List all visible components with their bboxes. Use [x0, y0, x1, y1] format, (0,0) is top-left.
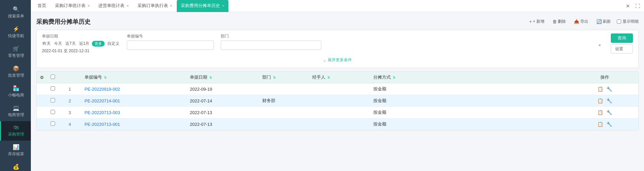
- export-button[interactable]: 📤导出: [572, 17, 590, 26]
- select-all-checkbox[interactable]: [51, 75, 55, 79]
- sidebar-item-search[interactable]: 🔍 搜索菜单: [0, 3, 31, 22]
- sidebar-item-ecom[interactable]: 💻 电商管理: [0, 101, 31, 121]
- row-op-icons-2: 📋 🔧: [575, 109, 635, 116]
- tab-home[interactable]: 首页: [34, 0, 50, 12]
- col-num: [58, 72, 81, 83]
- row-handler-2: [309, 107, 370, 118]
- row-edit-icon-0[interactable]: 📋: [597, 86, 604, 92]
- department-filter-group: 部门 财务部 ▼: [221, 33, 604, 50]
- row-num-2: 3: [58, 107, 81, 118]
- row-settings-2: [37, 107, 47, 118]
- bill-no-input[interactable]: [127, 40, 214, 50]
- sidebar-item-label-purchase: 采购管理: [8, 132, 24, 137]
- row-checkbox-0[interactable]: [51, 86, 55, 91]
- tab-close-purchase-exec[interactable]: ×: [170, 4, 172, 8]
- page-title: 采购费用分摊单历史: [36, 18, 91, 26]
- date-shortcut-5[interactable]: 自定义: [107, 40, 120, 47]
- tab-label-purchase-exec: 采购订单执行表: [138, 3, 168, 9]
- table-row: 1 PE-20220919-002 2022-09-19 按金额 📋 🔧: [37, 83, 638, 95]
- filter-row: 单据日期 昨天今天近7天近1月更多自定义 2022-01-01 至 2022-1…: [42, 33, 633, 54]
- sidebar-item-mini-shop[interactable]: 🏪 小畅电商: [0, 82, 31, 101]
- row-op-icons-1: 📋 🔧: [575, 97, 635, 104]
- add-button[interactable]: ++ 新增: [527, 17, 546, 26]
- date-shortcut-1[interactable]: 今天: [53, 40, 63, 47]
- row-delete-icon-2[interactable]: 🔧: [606, 109, 613, 116]
- tab-purchase-exec[interactable]: 采购订单执行表×: [133, 0, 176, 12]
- sidebar-item-purchase[interactable]: 🛍 采购管理: [0, 121, 31, 141]
- date-shortcuts: 昨天今天近7天近1月更多自定义: [42, 40, 120, 47]
- finance-icon: 💰: [13, 164, 19, 170]
- page-header: 采购费用分摊单历史 ++ 新增🗑删除📤导出🔄刷新显示明细: [36, 17, 639, 26]
- row-department-2: [259, 107, 309, 118]
- sidebar-item-label-ecom: 电商管理: [8, 112, 24, 118]
- row-bill-date-2: 2022-07-13: [186, 107, 259, 118]
- sidebar: 🔍 搜索菜单 ⚡ 快捷导航 🛒 零售管理 📦 批发管理 🏪 小畅电商 💻 电商管…: [0, 0, 31, 171]
- tab-close-purchase-cost[interactable]: ×: [222, 4, 224, 8]
- col-handler[interactable]: 经手人 ⇅: [309, 72, 370, 83]
- row-bill-no-link-2[interactable]: PE-20220713-003: [85, 110, 120, 115]
- row-checkbox-cell-1: [47, 95, 58, 107]
- refresh-icon: 🔄: [596, 19, 602, 24]
- row-bill-no-1: PE-20220714-001: [81, 95, 186, 107]
- col-split-method[interactable]: 分摊方式 ⇅: [370, 72, 571, 83]
- show-columns-checkbox[interactable]: [617, 19, 621, 24]
- row-checkbox-2[interactable]: [51, 110, 55, 114]
- row-bill-no-link-0[interactable]: PE-20220919-002: [85, 87, 120, 92]
- row-delete-icon-0[interactable]: 🔧: [606, 86, 613, 92]
- show-columns-checkbox-label[interactable]: 显示明细: [617, 19, 639, 24]
- col-settings[interactable]: ⚙: [37, 72, 47, 83]
- row-bill-date-0: 2022-09-19: [186, 83, 259, 95]
- expand-icon: ⌄: [323, 58, 326, 63]
- refresh-button[interactable]: 🔄刷新: [594, 17, 613, 26]
- page-content: 采购费用分摊单历史 ++ 新增🗑删除📤导出🔄刷新显示明细 单据日期 昨天今天近7…: [31, 12, 644, 171]
- col-op: 操作: [571, 72, 638, 83]
- date-shortcut-4[interactable]: 更多: [92, 41, 105, 47]
- close-window-button[interactable]: ✕: [625, 3, 631, 9]
- sidebar-item-quick-nav[interactable]: ⚡ 快捷导航: [0, 22, 31, 42]
- col-bill-date[interactable]: 单据日期 ⇅: [186, 72, 259, 83]
- tab-close-purchase-order-stats[interactable]: ×: [88, 4, 90, 8]
- tab-bar: 首页采购订单统计表×进货单统计表×采购订单执行表×采购费用分摊单历史× ✕ ⛶: [31, 0, 644, 12]
- department-select[interactable]: 财务部: [221, 40, 321, 50]
- row-edit-icon-3[interactable]: 📋: [597, 121, 604, 127]
- row-bill-no-link-1[interactable]: PE-20220714-001: [85, 98, 120, 103]
- ecom-icon: 💻: [13, 105, 19, 111]
- expand-conditions-button[interactable]: ⌄ 展开更多条件: [42, 56, 633, 64]
- row-checkbox-3[interactable]: [51, 121, 55, 126]
- tab-incoming-stats[interactable]: 进货单统计表×: [94, 0, 132, 12]
- delete-button[interactable]: 🗑删除: [550, 17, 568, 26]
- show-columns-label-text: 显示明细: [623, 19, 639, 24]
- sidebar-item-retail[interactable]: 🛒 零售管理: [0, 42, 31, 62]
- row-op-2: 📋 🔧: [571, 107, 638, 118]
- row-op-1: 📋 🔧: [571, 95, 638, 107]
- date-shortcut-2[interactable]: 近7天: [65, 40, 76, 47]
- sidebar-item-inventory[interactable]: 📊 库存核算: [0, 141, 31, 160]
- col-bill-no-label: 单据编号: [85, 75, 102, 80]
- date-shortcut-0[interactable]: 昨天: [42, 40, 51, 47]
- tab-label-purchase-order-stats: 采购订单统计表: [55, 3, 86, 9]
- tab-close-incoming-stats[interactable]: ×: [126, 4, 128, 8]
- tab-label-home: 首页: [38, 3, 46, 9]
- query-button[interactable]: 查询: [611, 33, 633, 43]
- row-delete-icon-1[interactable]: 🔧: [606, 97, 613, 104]
- col-department[interactable]: 部门 ⇅: [259, 72, 309, 83]
- row-op-3: 📋 🔧: [571, 118, 638, 130]
- maximize-window-button[interactable]: ⛶: [634, 3, 641, 9]
- add-icon: +: [529, 19, 532, 24]
- bill-no-filter-group: 单据编号: [127, 33, 214, 50]
- row-op-icons-3: 📋 🔧: [575, 121, 635, 127]
- col-bill-no[interactable]: 单据编号 ⇅: [81, 72, 186, 83]
- tab-purchase-cost[interactable]: 采购费用分摊单历史×: [177, 0, 228, 12]
- date-shortcut-3[interactable]: 近1月: [78, 40, 90, 47]
- tab-purchase-order-stats[interactable]: 采购订单统计表×: [51, 0, 94, 12]
- row-edit-icon-1[interactable]: 📋: [597, 97, 604, 104]
- sidebar-item-finance[interactable]: 💰 资金管理: [0, 160, 31, 171]
- row-delete-icon-3[interactable]: 🔧: [606, 121, 613, 127]
- filter-settings-button[interactable]: 设置: [611, 44, 633, 54]
- data-table-container: ⚙ 单据编号 ⇅ 单据日期 ⇅: [36, 71, 639, 131]
- row-edit-icon-2[interactable]: 📋: [597, 109, 604, 116]
- sidebar-item-wholesale[interactable]: 📦 批发管理: [0, 62, 31, 82]
- row-bill-no-link-3[interactable]: PE-20220713-001: [85, 122, 120, 127]
- tab-label-purchase-cost: 采购费用分摊单历史: [181, 3, 220, 9]
- row-checkbox-1[interactable]: [51, 98, 55, 102]
